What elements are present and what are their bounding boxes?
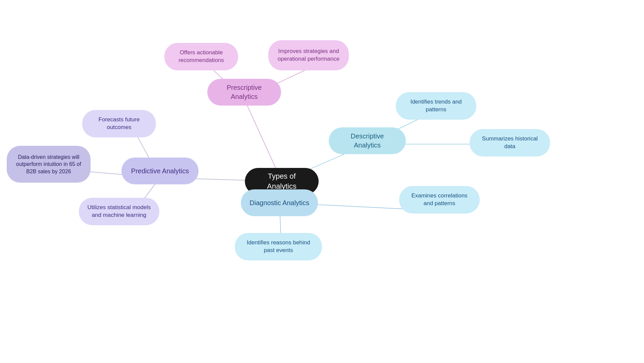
utilizes-label: Utilizes statistical models and machine … xyxy=(87,204,151,219)
improves-label: Improves strategies and operational perf… xyxy=(276,48,341,63)
forecasts-node: Forecasts future outcomes xyxy=(82,110,156,137)
identifies-reasons-node: Identifies reasons behind past events xyxy=(235,233,322,260)
center-label: Types of Analytics xyxy=(253,171,311,191)
descriptive-analytics-node: Descriptive Analytics xyxy=(329,127,406,154)
summarizes-label: Summarizes historical data xyxy=(478,135,542,150)
descriptive-label: Descriptive Analytics xyxy=(337,132,398,150)
prescriptive-analytics-node: Prescriptive Analytics xyxy=(207,79,281,106)
data-driven-node: Data-driven strategies will outperform i… xyxy=(7,146,91,183)
prescriptive-label: Prescriptive Analytics xyxy=(215,83,273,101)
identifies-reasons-label: Identifies reasons behind past events xyxy=(243,239,314,254)
utilizes-node: Utilizes statistical models and machine … xyxy=(79,198,159,225)
identifies-trends-label: Identifies trends and patterns xyxy=(404,98,468,114)
data-driven-label: Data-driven strategies will outperform i… xyxy=(15,154,83,175)
predictive-analytics-node: Predictive Analytics xyxy=(121,158,199,184)
offers-label: Offers actionable recommendations xyxy=(172,49,230,64)
offers-node: Offers actionable recommendations xyxy=(164,43,238,70)
improves-node: Improves strategies and operational perf… xyxy=(268,40,349,70)
predictive-label: Predictive Analytics xyxy=(131,167,189,176)
summarizes-node: Summarizes historical data xyxy=(470,129,550,157)
examines-label: Examines correlations and patterns xyxy=(407,192,472,207)
identifies-trends-node: Identifies trends and patterns xyxy=(396,92,476,120)
examines-node: Examines correlations and patterns xyxy=(399,186,480,214)
forecasts-label: Forecasts future outcomes xyxy=(90,116,148,131)
diagnostic-analytics-node: Diagnostic Analytics xyxy=(241,189,318,216)
diagnostic-label: Diagnostic Analytics xyxy=(250,198,309,207)
